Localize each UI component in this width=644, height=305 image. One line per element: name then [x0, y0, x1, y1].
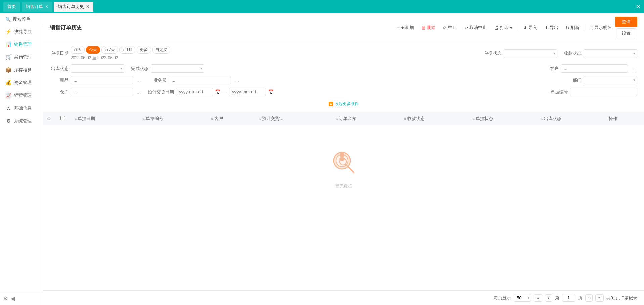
show-detail-input[interactable] [589, 26, 593, 30]
warehouse-more-icon[interactable]: … [135, 89, 142, 96]
page-number-input[interactable] [562, 294, 575, 302]
page-title: 销售订单历史 [50, 24, 82, 31]
tab-sales-order-history[interactable]: 销售订单历史 ✕ [54, 2, 93, 12]
prev-page-button[interactable]: ‹ [545, 294, 552, 302]
date-yesterday[interactable]: 昨天 [71, 46, 85, 54]
salesperson-input[interactable] [169, 76, 231, 84]
table-th-receipt-status[interactable]: ⇅ 收款状态 [400, 112, 468, 125]
bill-status-select[interactable] [504, 49, 557, 58]
empty-row: 暂无数据 [43, 125, 644, 210]
stop-button[interactable]: ⊘ 中止 [441, 23, 459, 32]
completion-status-select[interactable] [151, 64, 204, 73]
next-page-button[interactable]: › [585, 294, 593, 302]
calendar-icon-to[interactable]: 📅 [268, 89, 274, 95]
last-page-button[interactable]: » [595, 294, 604, 302]
customer-more-icon[interactable]: … [630, 65, 637, 72]
tab-close-history[interactable]: ✕ [86, 4, 89, 9]
receipt-status-label: 收款状态 [563, 50, 582, 56]
table-body: 暂无数据 [43, 125, 644, 210]
delivery-date-to[interactable] [229, 88, 266, 96]
bill-no-input[interactable] [570, 88, 637, 96]
sort-icon-billno: ⇅ [142, 117, 146, 121]
settings-bottom-icon[interactable]: ⚙ [3, 295, 8, 302]
refresh-icon: ↻ [566, 25, 569, 30]
table-th-billno[interactable]: ⇅ 单据编号 [138, 112, 206, 125]
select-all-checkbox[interactable] [60, 116, 65, 120]
date-today[interactable]: 今天 [86, 46, 100, 54]
date-7days[interactable]: 近7天 [101, 46, 118, 54]
department-select-wrap [584, 76, 637, 84]
table-area: ⚙ ⇅ 单据日期 ⇅ 单据编号 [43, 112, 644, 290]
sort-icon-amount: ⇅ [335, 117, 339, 121]
finance-icon: 💰 [5, 80, 11, 86]
purchase-icon: 🛒 [5, 54, 11, 60]
delete-button[interactable]: 🗑 删除 [419, 23, 438, 32]
sidebar-item-sales[interactable]: 📊 销售管理 [0, 38, 43, 51]
query-button[interactable]: 查询 [615, 17, 637, 27]
tab-sales-order[interactable]: 销售订单 ✕ [22, 2, 52, 12]
warehouse-label: 仓库 [50, 89, 69, 95]
cancel-stop-button[interactable]: ↩ 取消中止 [462, 23, 489, 32]
outbound-status-select[interactable] [71, 64, 124, 73]
table-th-customer[interactable]: ⇅ 客户 [207, 112, 254, 125]
table-th-settings: ⚙ [43, 112, 56, 125]
sidebar-item-basic[interactable]: 🗂 基础信息 [0, 102, 43, 115]
customer-label: 客户 [540, 66, 559, 72]
sidebar-item-operation[interactable]: 📈 经营管理 [0, 89, 43, 102]
bill-no-label: 单据编号 [549, 89, 568, 95]
refresh-button[interactable]: ↻ 刷新 [564, 23, 582, 32]
per-page-select[interactable]: 20 50 100 [514, 294, 531, 302]
date-custom[interactable]: 自定义 [152, 46, 170, 54]
date-more[interactable]: 更多 [137, 46, 151, 54]
sidebar-search[interactable]: 🔍 搜索菜单 [0, 13, 43, 25]
new-button[interactable]: ＋ + 新增 [394, 23, 416, 32]
collapse-button[interactable]: 🔼 收起更多条件 [328, 101, 359, 107]
per-page-label: 每页显示 [493, 295, 511, 301]
set-button[interactable]: 设置 [616, 28, 636, 38]
calendar-icon-from[interactable]: 📅 [215, 89, 221, 95]
receipt-status-select[interactable] [584, 49, 637, 58]
filter-bill-no: 单据编号 [549, 88, 637, 96]
table-th-amount[interactable]: ⇅ 订单金额 [331, 112, 399, 125]
delivery-date-from[interactable] [176, 88, 213, 96]
sidebar-item-label-system: 系统管理 [14, 118, 32, 124]
table-th-date[interactable]: ⇅ 单据日期 [70, 112, 138, 125]
new-icon: ＋ [396, 25, 400, 31]
total-info: 共0页，0条记录 [606, 295, 637, 301]
sidebar-item-shortcut[interactable]: ⚡ 快捷导航 [0, 25, 43, 38]
warehouse-input[interactable] [71, 88, 133, 96]
table-th-bill-status[interactable]: ⇅ 单据状态 [468, 112, 536, 125]
bill-status-select-wrap [504, 49, 557, 58]
toolbar: ＋ + 新增 🗑 删除 ⊘ 中止 ↩ 取消中止 🖨 打印 [394, 17, 637, 38]
export-button[interactable]: ⬆ 导出 [543, 23, 560, 32]
window-close-button[interactable]: ✕ [636, 3, 641, 10]
sidebar-item-system[interactable]: ⚙ 系统管理 [0, 115, 43, 127]
filter-area: 单据日期 昨天 今天 近7天 近1月 更多 自定义 2023-06-02 [43, 42, 644, 112]
sidebar-item-purchase[interactable]: 🛒 采购管理 [0, 51, 43, 64]
tab-close-sales-order[interactable]: ✕ [45, 4, 48, 9]
import-button[interactable]: ⬇ 导入 [521, 23, 539, 32]
sidebar-item-inventory[interactable]: 📦 库存核算 [0, 64, 43, 76]
sidebar-item-label-purchase: 采购管理 [14, 54, 32, 60]
collapse-sidebar-icon[interactable]: ◀ [11, 295, 15, 302]
sidebar-item-finance[interactable]: 💰 资金管理 [0, 76, 43, 89]
customer-input[interactable] [561, 64, 628, 73]
date-1month[interactable]: 近1月 [119, 46, 136, 54]
tab-home[interactable]: 首页 [3, 2, 20, 12]
table-th-outbound-status[interactable]: ⇅ 出库状态 [536, 112, 604, 125]
empty-text: 暂无数据 [335, 183, 352, 189]
salesperson-more-icon[interactable]: … [233, 77, 241, 84]
table-th-delivery[interactable]: ⇅ 预计交货... [254, 112, 331, 125]
table-header-row: ⚙ ⇅ 单据日期 ⇅ 单据编号 [43, 112, 644, 125]
outbound-status-select-wrap [71, 64, 124, 73]
print-button[interactable]: 🖨 打印 ▾ [492, 23, 514, 32]
collapse-row: 🔼 收起更多条件 [50, 100, 637, 108]
table-settings-icon[interactable]: ⚙ [47, 116, 51, 121]
first-page-button[interactable]: « [534, 294, 542, 302]
show-detail-checkbox[interactable]: 显示明细 [589, 25, 612, 31]
filter-outbound-status: 出库状态 [50, 64, 124, 73]
product-input[interactable] [71, 76, 133, 84]
print-icon: 🖨 [494, 25, 499, 30]
product-more-icon[interactable]: … [135, 77, 142, 84]
department-select[interactable] [584, 76, 637, 84]
